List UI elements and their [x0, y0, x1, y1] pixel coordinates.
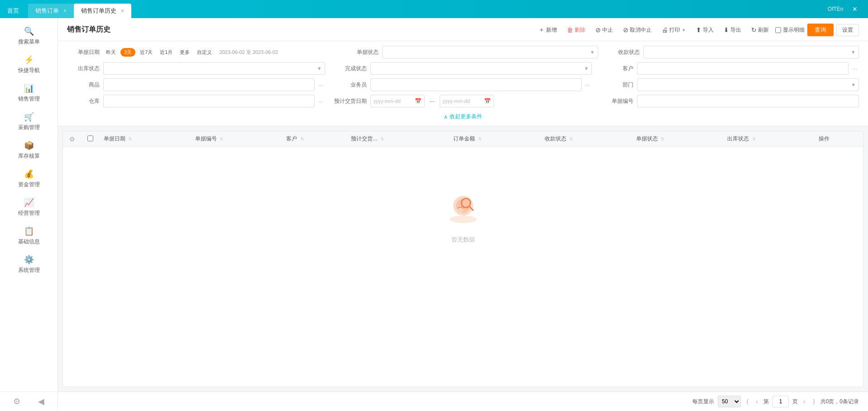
- sidebar-item-sales-mgmt[interactable]: 📊 销售管理: [0, 79, 58, 107]
- refresh-button[interactable]: ↻ 刷新: [748, 24, 772, 36]
- per-page-select[interactable]: 50 10 20 100: [718, 396, 741, 407]
- calendar-end-icon[interactable]: 📅: [484, 98, 491, 104]
- window-close-button[interactable]: ×: [847, 5, 863, 14]
- settings-button[interactable]: 设置: [836, 24, 859, 36]
- sidebar-item-inventory[interactable]: 📦 库存核算: [0, 136, 58, 164]
- tab-home[interactable]: 首页: [0, 4, 26, 18]
- col-date-sort[interactable]: ⇅: [128, 136, 132, 141]
- delivery-date-end[interactable]: yyyy-mm-dd 📅: [440, 95, 494, 107]
- delete-button[interactable]: 🗑 删除: [563, 24, 589, 36]
- tab-sales-order-history[interactable]: 销售订单历史 ×: [74, 4, 131, 18]
- order-number-input[interactable]: [637, 95, 859, 107]
- warehouse-more-icon[interactable]: ···: [317, 98, 325, 105]
- col-action: 操作: [814, 131, 863, 147]
- sales-order-history-close-icon[interactable]: ×: [121, 8, 124, 14]
- col-customer-sort[interactable]: ⇅: [300, 136, 304, 141]
- cancel-stop-button[interactable]: ⊘ 取消中止: [619, 24, 655, 36]
- main-layout: 🔍 搜索菜单 ⚡ 快捷导航 📊 销售管理 🛒 采购管理 📦 库存核算 💰 资金管…: [0, 18, 868, 411]
- print-dropdown-icon[interactable]: ▼: [681, 28, 686, 33]
- product-more-icon[interactable]: ···: [317, 82, 325, 88]
- svg-point-5: [458, 208, 463, 213]
- select-all-checkbox[interactable]: [87, 135, 93, 141]
- empty-state: 暂无数据: [63, 147, 863, 280]
- cancel-stop-icon: ⊘: [623, 26, 628, 34]
- salesperson-more-icon[interactable]: ···: [584, 82, 592, 88]
- quick-nav-icon: ⚡: [24, 55, 34, 65]
- sidebar-item-quick-nav[interactable]: ⚡ 快捷导航: [0, 50, 58, 79]
- col-number-sort[interactable]: ⇅: [220, 136, 223, 141]
- department-select[interactable]: ▼: [637, 78, 859, 91]
- collapse-button[interactable]: ∧ 收起更多条件: [67, 111, 859, 121]
- finance-icon: 💰: [24, 169, 34, 179]
- department-arrow: ▼: [851, 82, 856, 87]
- table-settings-icon[interactable]: ⚙: [69, 135, 75, 143]
- page-suffix: 页: [792, 398, 798, 406]
- date-btn-today[interactable]: 昨天: [103, 48, 119, 57]
- sys-mgmt-icon: ⚙️: [24, 255, 34, 265]
- order-status-select[interactable]: ▼: [382, 46, 598, 58]
- sidebar-item-basic-info[interactable]: 📋 基础信息: [0, 222, 58, 250]
- col-order-status-label: 单据状态: [636, 135, 658, 142]
- payment-status-select[interactable]: ▼: [643, 46, 859, 58]
- export-button[interactable]: ⬇ 导出: [720, 24, 745, 36]
- import-button[interactable]: ⬆ 导入: [692, 24, 717, 36]
- warehouse-select[interactable]: [103, 95, 315, 107]
- stop-button[interactable]: ⊘ 中止: [592, 24, 617, 36]
- sidebar-bottom: ⚙ ◀: [0, 392, 58, 411]
- first-page-button[interactable]: ⟨: [744, 397, 750, 406]
- col-expected-delivery-sort[interactable]: ⇅: [380, 136, 384, 141]
- warehouse-control: ···: [103, 95, 325, 107]
- date-btn-1month[interactable]: 近1月: [157, 48, 175, 57]
- delivery-date-start[interactable]: yyyy-mm-dd 📅: [370, 95, 425, 107]
- total-info: 共0页，0条记录: [820, 398, 859, 406]
- sidebar-item-finance[interactable]: 💰 资金管理: [0, 164, 58, 193]
- complete-status-select[interactable]: ▼: [370, 62, 592, 75]
- tab-sales-order[interactable]: 销售订单 ×: [28, 4, 74, 18]
- col-checkbox: [81, 131, 99, 147]
- sidebar-item-search-menu[interactable]: 🔍 搜索菜单: [0, 22, 58, 50]
- col-delivery-status-sort[interactable]: ⇅: [752, 136, 756, 141]
- salesperson-select[interactable]: [370, 78, 582, 91]
- new-button[interactable]: ＋ 新增: [535, 24, 561, 36]
- sidebar-collapse-icon[interactable]: ◀: [38, 396, 44, 406]
- customer-control: ···: [637, 62, 859, 75]
- table-header-row: ⚙ 单据日期 ⇅ 单据编号 ⇅: [63, 131, 863, 147]
- sales-order-close-icon[interactable]: ×: [63, 8, 67, 14]
- page-number-input[interactable]: [772, 396, 789, 407]
- display-detail-checkbox[interactable]: [775, 27, 781, 33]
- sidebar-settings-icon[interactable]: ⚙: [13, 396, 20, 406]
- date-buttons: 昨天 3天 近7天 近1月 更多 自定义: [103, 48, 215, 57]
- delivery-status-control: ▼: [103, 62, 325, 75]
- operations-icon: 📈: [24, 198, 34, 208]
- import-icon: ⬆: [696, 26, 701, 34]
- next-page-button[interactable]: ›: [801, 397, 807, 406]
- delivery-status-select[interactable]: ▼: [103, 62, 325, 75]
- customer-more-icon[interactable]: ···: [850, 65, 859, 72]
- empty-row: 暂无数据: [63, 147, 863, 280]
- col-payment-status-sort[interactable]: ⇅: [569, 136, 573, 141]
- sidebar-item-purchase-mgmt[interactable]: 🛒 采购管理: [0, 107, 58, 136]
- top-right: OfTEn ×: [828, 5, 868, 14]
- query-button[interactable]: 查询: [807, 24, 834, 36]
- product-label: 商品: [67, 81, 103, 89]
- sidebar: 🔍 搜索菜单 ⚡ 快捷导航 📊 销售管理 🛒 采购管理 📦 库存核算 💰 资金管…: [0, 18, 58, 411]
- content-area: 销售订单历史 ＋ 新增 🗑 删除 ⊘ 中止 ⊘: [58, 18, 868, 411]
- sidebar-item-operations[interactable]: 📈 经营管理: [0, 193, 58, 222]
- date-btn-7days[interactable]: 近7天: [137, 48, 155, 57]
- last-page-button[interactable]: ⟩: [811, 397, 817, 406]
- date-btn-custom[interactable]: 自定义: [194, 48, 215, 57]
- customer-select[interactable]: [637, 62, 849, 75]
- print-button[interactable]: 🖨 打印 ▼: [658, 24, 690, 36]
- col-order-amount: 订单金额 ⇅: [449, 131, 540, 147]
- date-btn-more[interactable]: 更多: [177, 48, 192, 57]
- col-order-amount-sort[interactable]: ⇅: [478, 136, 482, 141]
- product-select[interactable]: [103, 78, 315, 91]
- sidebar-item-basic-info-label: 基础信息: [18, 238, 40, 246]
- sidebar-item-sys-mgmt[interactable]: ⚙️ 系统管理: [0, 250, 58, 279]
- prev-page-button[interactable]: ‹: [754, 397, 760, 406]
- col-order-status-sort[interactable]: ⇅: [661, 136, 664, 141]
- calendar-start-icon[interactable]: 📅: [415, 98, 422, 104]
- date-btn-3days[interactable]: 3天: [120, 48, 135, 57]
- col-expected-delivery-label: 预计交货...: [351, 135, 377, 142]
- date-label: 单据日期: [67, 48, 103, 56]
